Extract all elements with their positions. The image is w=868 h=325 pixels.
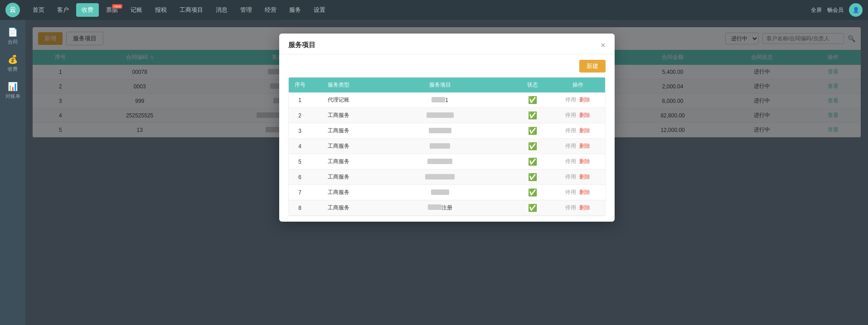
- modal-row-project: [366, 185, 514, 200]
- delete-btn[interactable]: 删除: [579, 127, 590, 134]
- delete-btn[interactable]: 删除: [579, 174, 590, 180]
- modal-row-status: ✅: [514, 123, 551, 139]
- delete-btn[interactable]: 删除: [579, 143, 590, 149]
- nav-home[interactable]: 首页: [27, 3, 50, 17]
- modal-row-actions: 停用 删除: [551, 154, 605, 170]
- delete-btn[interactable]: 删除: [579, 158, 590, 165]
- modal-row-seq: 3: [289, 123, 311, 139]
- modal-col-state: 状态: [514, 78, 551, 92]
- delete-btn[interactable]: 删除: [579, 112, 590, 118]
- stop-btn[interactable]: 停用: [565, 204, 576, 211]
- modal-row-seq: 8: [289, 200, 311, 216]
- modal-row-status: ✅: [514, 170, 551, 185]
- nav-bookkeeping[interactable]: 记账: [125, 3, 148, 17]
- stop-btn[interactable]: 停用: [565, 97, 576, 103]
- modal-row-seq: 2: [289, 108, 311, 123]
- modal-row-seq: 5: [289, 154, 311, 170]
- modal-col-seq: 序号: [289, 78, 311, 92]
- modal-title: 服务项目: [288, 41, 315, 49]
- modal-row-seq: 6: [289, 170, 311, 185]
- sidebar-label-contract: 合同: [8, 39, 18, 45]
- nav-operate[interactable]: 经营: [259, 3, 282, 17]
- modal-row-status: ✅: [514, 92, 551, 108]
- nav-items: 首页 客户 收费 票据 new 记账 报税 工商项目 消息 管理 经营 服务 设…: [27, 3, 811, 17]
- nav-customer[interactable]: 客户: [52, 3, 74, 17]
- modal-row-type: 工商服务: [311, 139, 366, 154]
- modal-row-status: ✅: [514, 139, 551, 154]
- fee-icon: 💰: [8, 54, 18, 64]
- nav-settings[interactable]: 设置: [308, 3, 331, 17]
- modal-row-type: 工商服务: [311, 123, 366, 139]
- modal-row-project: [366, 154, 514, 170]
- modal-row-type: 工商服务: [311, 185, 366, 200]
- modal-toolbar: 新建: [288, 60, 606, 73]
- modal-new-button[interactable]: 新建: [579, 60, 606, 73]
- stop-btn[interactable]: 停用: [565, 127, 576, 134]
- app-logo: 云: [5, 3, 20, 17]
- modal-overlay: 服务项目 × 新建 序号 服务类型 服务项目: [25, 20, 868, 325]
- contract-icon: 📄: [8, 27, 18, 37]
- fullscreen-btn[interactable]: 全屏: [811, 6, 822, 14]
- stop-btn[interactable]: 停用: [565, 174, 576, 180]
- nav-business[interactable]: 工商项目: [174, 3, 209, 17]
- modal-table-row: 2 工商服务 ✅ 停用 删除: [289, 108, 605, 123]
- modal-row-actions: 停用 删除: [551, 139, 605, 154]
- service-modal: 服务项目 × 新建 序号 服务类型 服务项目: [279, 34, 615, 222]
- modal-row-project: [366, 108, 514, 123]
- modal-table-row: 1 代理记账 1 ✅ 停用 删除: [289, 92, 605, 108]
- nav-right: 全屏 畅会员 👤: [811, 3, 863, 17]
- modal-row-project: [366, 123, 514, 139]
- nav-manage[interactable]: 管理: [235, 3, 257, 17]
- sidebar-label-fee: 收费: [8, 66, 18, 73]
- modal-row-project: 注册: [366, 200, 514, 216]
- modal-row-actions: 停用 删除: [551, 170, 605, 185]
- modal-row-status: ✅: [514, 108, 551, 123]
- modal-row-type: 工商服务: [311, 200, 366, 216]
- nav-service[interactable]: 服务: [284, 3, 306, 17]
- stop-btn[interactable]: 停用: [565, 112, 576, 118]
- nav-fee[interactable]: 收费: [76, 3, 99, 17]
- modal-table-wrap[interactable]: 序号 服务类型 服务项目 状态 操作 1: [288, 77, 606, 216]
- modal-row-status: ✅: [514, 154, 551, 170]
- content-area: 新增 服务项目 进行中 已完成 全部 🔍 序号 合同编码: [25, 20, 868, 325]
- modal-row-seq: 7: [289, 185, 311, 200]
- modal-col-action: 操作: [551, 78, 605, 92]
- member-btn[interactable]: 畅会员: [827, 6, 844, 14]
- nav-invoice[interactable]: 票据 new: [101, 3, 123, 17]
- modal-row-status: ✅: [514, 185, 551, 200]
- modal-header: 服务项目 ×: [279, 34, 615, 54]
- modal-col-type: 服务类型: [311, 78, 366, 92]
- nav-tax[interactable]: 报税: [150, 3, 172, 17]
- reconcile-icon: 📊: [8, 82, 18, 92]
- modal-row-type: 工商服务: [311, 108, 366, 123]
- delete-btn[interactable]: 删除: [579, 204, 590, 211]
- sidebar-item-reconcile[interactable]: 📊 对账单: [1, 78, 24, 103]
- modal-col-project: 服务项目: [366, 78, 514, 92]
- sidebar: 📄 合同 💰 收费 📊 对账单: [0, 20, 25, 325]
- stop-btn[interactable]: 停用: [565, 189, 576, 195]
- modal-table-header: 序号 服务类型 服务项目 状态 操作: [289, 78, 605, 92]
- delete-btn[interactable]: 删除: [579, 97, 590, 103]
- sidebar-label-reconcile: 对账单: [5, 93, 20, 100]
- modal-table-row: 3 工商服务 ✅ 停用 删除: [289, 123, 605, 139]
- modal-table-row: 4 工商服务 ✅ 停用 删除: [289, 139, 605, 154]
- modal-close-button[interactable]: ×: [601, 41, 606, 49]
- logo-text: 云: [10, 6, 16, 14]
- nav-message[interactable]: 消息: [210, 3, 233, 17]
- modal-table-row: 8 工商服务 注册 ✅ 停用 删除: [289, 200, 605, 216]
- stop-btn[interactable]: 停用: [565, 143, 576, 149]
- modal-row-seq: 1: [289, 92, 311, 108]
- sidebar-item-contract[interactable]: 📄 合同: [1, 24, 24, 49]
- modal-row-type: 工商服务: [311, 170, 366, 185]
- sidebar-item-fee[interactable]: 💰 收费: [1, 51, 24, 76]
- modal-row-project: [366, 170, 514, 185]
- stop-btn[interactable]: 停用: [565, 158, 576, 165]
- modal-table-row: 6 工商服务 ✅ 停用 删除: [289, 170, 605, 185]
- modal-row-type: 代理记账: [311, 92, 366, 108]
- service-items-table: 序号 服务类型 服务项目 状态 操作 1: [289, 78, 605, 216]
- user-avatar[interactable]: 👤: [849, 3, 863, 17]
- delete-btn[interactable]: 删除: [579, 189, 590, 195]
- main-layout: 📄 合同 💰 收费 📊 对账单 新增 服务项目 进行中 已完成 全部: [0, 20, 868, 325]
- modal-row-actions: 停用 删除: [551, 200, 605, 216]
- modal-row-actions: 停用 删除: [551, 123, 605, 139]
